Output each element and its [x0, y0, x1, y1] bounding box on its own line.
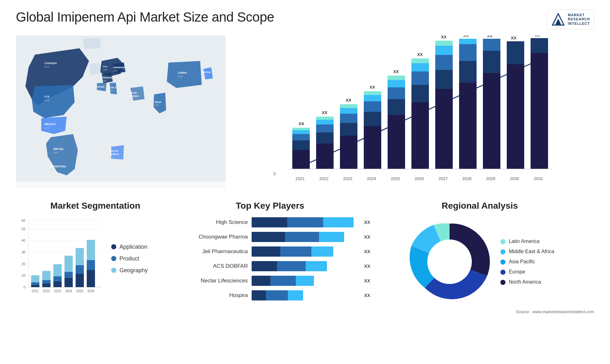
- svg-text:CANADA: CANADA: [44, 62, 57, 65]
- svg-text:CHINA: CHINA: [178, 71, 187, 74]
- svg-rect-99: [507, 64, 524, 169]
- player-name-3: Jeil Pharmaceutica: [181, 248, 248, 255]
- svg-rect-63: [364, 95, 381, 101]
- svg-text:XX: XX: [535, 36, 540, 37]
- svg-rect-90: [459, 44, 477, 61]
- source-text: Source : www.marketresearchintellect.com: [365, 309, 594, 314]
- svg-text:xx%: xx%: [53, 151, 58, 154]
- svg-text:30: 30: [22, 250, 25, 254]
- svg-rect-138: [64, 278, 73, 287]
- svg-rect-83: [435, 55, 453, 70]
- svg-rect-61: [364, 112, 381, 126]
- svg-text:xx%: xx%: [109, 156, 113, 158]
- svg-rect-67: [388, 115, 405, 169]
- legend-application: Application: [111, 244, 148, 250]
- player-bar-3: XX: [252, 246, 359, 257]
- key-players-section: Top Key Players High Science XX Choongw: [181, 201, 359, 305]
- player-row-6: Hospira XX: [181, 290, 359, 300]
- svg-rect-133: [42, 280, 51, 284]
- svg-rect-129: [31, 285, 39, 287]
- svg-text:XX: XX: [346, 98, 351, 103]
- header: Global Imipenem Api Market Size and Scop…: [16, 10, 594, 29]
- svg-text:40: 40: [22, 239, 25, 242]
- svg-text:2026: 2026: [415, 176, 424, 181]
- logo-icon: [551, 12, 565, 26]
- player-row-5: Nectar Lifesciences XX: [181, 276, 359, 286]
- svg-text:XX: XX: [463, 36, 469, 38]
- svg-text:INDIA: INDIA: [154, 101, 161, 104]
- svg-rect-54: [340, 123, 357, 136]
- svg-rect-144: [87, 270, 95, 287]
- svg-rect-130: [31, 282, 39, 285]
- svg-rect-132: [42, 284, 51, 287]
- legend-north-america: North America: [500, 279, 554, 285]
- svg-text:2022: 2022: [319, 176, 329, 181]
- svg-text:xx%: xx%: [154, 104, 159, 106]
- svg-text:xx%: xx%: [97, 89, 101, 91]
- svg-rect-135: [53, 281, 62, 287]
- svg-text:SPAIN: SPAIN: [97, 85, 105, 88]
- svg-text:xx%: xx%: [44, 65, 49, 68]
- svg-rect-95: [483, 51, 500, 73]
- svg-text:XX: XX: [511, 36, 517, 40]
- svg-rect-74: [411, 102, 429, 169]
- middle-east-dot: [500, 249, 505, 254]
- key-players-title: Top Key Players: [181, 201, 359, 211]
- page-container: Global Imipenem Api Market Size and Scop…: [0, 0, 610, 364]
- svg-text:xx%: xx%: [129, 98, 133, 100]
- bar-chart-svg: 0 XX 2021 XX 2022: [232, 36, 594, 182]
- svg-rect-68: [388, 99, 405, 115]
- svg-rect-96: [483, 39, 500, 51]
- svg-text:GERMANY: GERMANY: [113, 66, 126, 69]
- svg-rect-94: [483, 73, 500, 169]
- svg-rect-103: [531, 53, 548, 169]
- svg-text:2030: 2030: [510, 176, 519, 181]
- svg-text:xx%: xx%: [44, 126, 49, 129]
- svg-text:10: 10: [22, 273, 25, 277]
- regional-section: Regional Analysis: [365, 201, 594, 314]
- svg-rect-100: [507, 41, 524, 64]
- svg-rect-91: [459, 39, 477, 44]
- svg-text:xx%: xx%: [103, 69, 107, 71]
- segmentation-section: Market Segmentation 0 10 20 30: [16, 201, 175, 300]
- player-name-2: Choongwae Pharma: [181, 234, 248, 240]
- svg-text:XX: XX: [441, 36, 447, 39]
- svg-text:FRANCE: FRANCE: [102, 76, 112, 79]
- svg-text:2025: 2025: [391, 176, 400, 181]
- svg-text:2027: 2027: [438, 176, 448, 181]
- svg-text:xx%: xx%: [109, 90, 113, 92]
- svg-text:XX: XX: [487, 36, 493, 38]
- svg-rect-60: [364, 126, 381, 169]
- logo-text: MARKET RESEARCH INTELLECT: [568, 13, 590, 26]
- svg-text:BRAZIL: BRAZIL: [53, 147, 64, 151]
- svg-text:2023: 2023: [54, 289, 61, 293]
- svg-text:0: 0: [24, 285, 25, 289]
- svg-text:XX: XX: [417, 52, 423, 57]
- svg-rect-57: [340, 104, 357, 108]
- svg-rect-146: [87, 240, 95, 260]
- map-container: CANADA xx% U.S. xx% MEXICO xx% BRAZIL xx…: [16, 36, 226, 188]
- svg-rect-56: [340, 108, 357, 114]
- svg-rect-134: [42, 271, 51, 280]
- svg-rect-141: [76, 274, 84, 287]
- player-name-1: High Science: [181, 219, 248, 226]
- asia-pacific-dot: [500, 260, 505, 265]
- svg-text:XX: XX: [299, 121, 304, 126]
- svg-text:xx%: xx%: [44, 99, 49, 102]
- legend-product: Product: [111, 255, 148, 262]
- svg-rect-145: [87, 260, 95, 270]
- svg-rect-142: [76, 265, 84, 274]
- geography-dot: [111, 268, 116, 273]
- top-section: CANADA xx% U.S. xx% MEXICO xx% BRAZIL xx…: [16, 36, 594, 188]
- svg-rect-89: [459, 61, 477, 83]
- regional-title: Regional Analysis: [365, 201, 594, 211]
- svg-text:ARGENTINA: ARGENTINA: [49, 165, 66, 168]
- svg-text:xx%: xx%: [202, 74, 206, 77]
- svg-text:2025: 2025: [76, 289, 84, 293]
- svg-text:SAUDI: SAUDI: [129, 91, 137, 94]
- svg-text:XX: XX: [393, 69, 399, 74]
- legend-asia-pacific: Asia Pacific: [500, 259, 554, 265]
- player-name-4: ACS DOBFAR: [181, 263, 248, 269]
- seg-legend: Application Product Geography: [111, 244, 148, 274]
- svg-rect-139: [64, 272, 73, 278]
